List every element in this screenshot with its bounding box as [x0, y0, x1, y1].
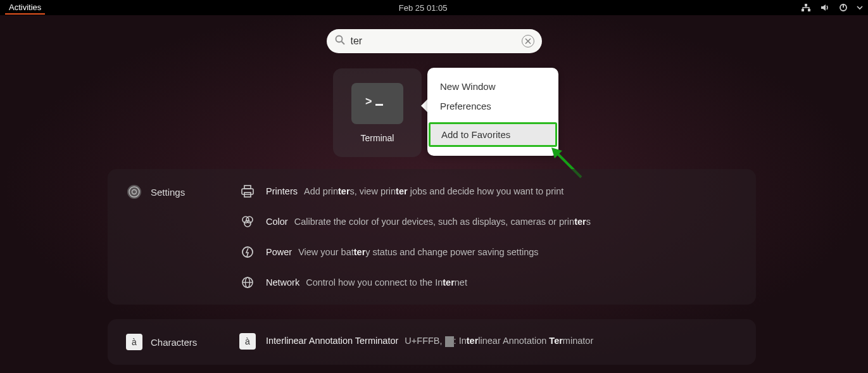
- top-bar: Activities Feb 25 01:05: [0, 0, 868, 15]
- svg-point-5: [336, 36, 342, 42]
- characters-results-panel: à Characters à Interlinear Annotation Te…: [108, 319, 756, 365]
- item-title: Network: [266, 277, 299, 288]
- chevron-down-icon[interactable]: [857, 5, 863, 10]
- settings-item-printers[interactable]: Printers Add printers, view printer jobs…: [239, 183, 738, 199]
- settings-item-color[interactable]: Color Calibrate the color of your device…: [239, 213, 738, 230]
- svg-rect-0: [802, 9, 804, 11]
- svg-point-18: [246, 217, 253, 223]
- settings-item-power[interactable]: Power View your battery status and chang…: [239, 244, 738, 260]
- power-icon[interactable]: [839, 3, 848, 12]
- settings-results-panel: Settings Printers Add printers, view pri…: [108, 169, 756, 305]
- settings-item-network[interactable]: Network Control how you connect to the I…: [239, 274, 738, 291]
- svg-rect-1: [808, 9, 810, 11]
- search-bar: [327, 29, 542, 53]
- svg-line-6: [341, 42, 344, 45]
- characters-category-label: Characters: [151, 337, 197, 348]
- characters-icon: à: [125, 333, 143, 351]
- glyph-placeholder: [445, 336, 454, 347]
- activities-button[interactable]: Activities: [5, 1, 45, 15]
- svg-rect-8: [375, 104, 383, 106]
- globe-icon: [239, 274, 256, 291]
- characters-item-terminator[interactable]: à Interlinear Annotation Terminator U+FF…: [239, 333, 738, 350]
- gear-icon: [125, 183, 143, 201]
- character-chip-icon: à: [239, 333, 256, 350]
- svg-rect-2: [805, 4, 807, 6]
- power-setting-icon: [239, 244, 256, 260]
- item-title: Color: [266, 217, 288, 227]
- terminal-icon: >: [351, 83, 403, 124]
- color-icon: [239, 213, 256, 230]
- settings-category[interactable]: Settings: [125, 183, 239, 201]
- ctx-preferences[interactable]: Preferences: [427, 96, 558, 116]
- ctx-add-to-favorites[interactable]: Add to Favorites: [429, 122, 557, 147]
- item-title: Printers: [266, 186, 298, 196]
- clock[interactable]: Feb 25 01:05: [399, 3, 448, 13]
- item-desc: Add printers, view printer jobs and deci…: [304, 186, 563, 196]
- item-title: Interlinear Annotation Terminator: [266, 336, 398, 346]
- search-icon: [334, 34, 346, 48]
- svg-rect-14: [242, 189, 253, 194]
- volume-icon[interactable]: [820, 3, 830, 12]
- app-result-terminal[interactable]: > Terminal: [333, 68, 422, 157]
- context-menu: New Window Preferences Add to Favorites: [421, 68, 552, 156]
- ctx-new-window[interactable]: New Window: [427, 77, 558, 96]
- item-title: Power: [266, 247, 292, 257]
- network-icon[interactable]: [801, 3, 811, 12]
- item-desc: View your battery status and change powe…: [298, 247, 538, 257]
- item-desc: Control how you connect to the Internet: [306, 277, 467, 288]
- clear-search-button[interactable]: [522, 35, 534, 47]
- app-result-label: Terminal: [361, 133, 394, 143]
- printer-icon: [239, 183, 256, 199]
- svg-text:>: >: [365, 95, 372, 108]
- svg-point-19: [244, 220, 251, 227]
- settings-category-label: Settings: [151, 187, 185, 198]
- item-desc: U+FFFB, : Interlinear Annotation Termina…: [405, 336, 593, 346]
- search-container: [327, 29, 542, 53]
- search-input[interactable]: [351, 35, 517, 47]
- characters-category[interactable]: à Characters: [125, 333, 239, 351]
- svg-rect-15: [244, 186, 251, 189]
- item-desc: Calibrate the color of your devices, suc…: [294, 217, 591, 227]
